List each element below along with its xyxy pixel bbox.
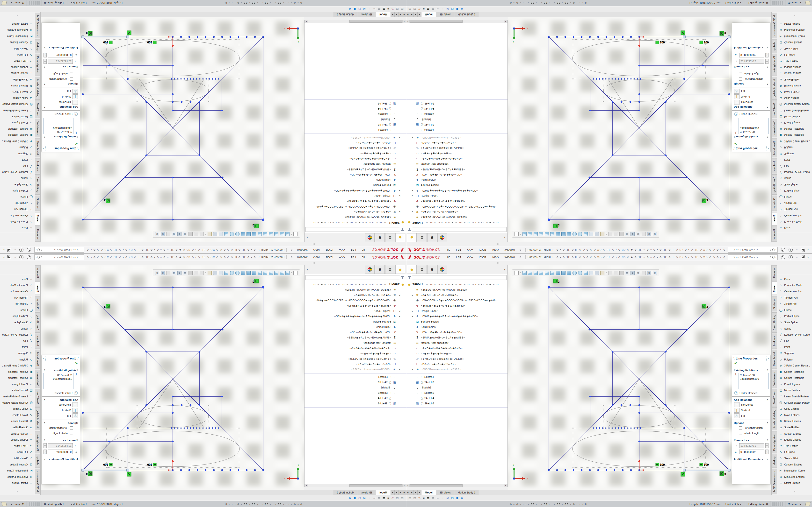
ok-button[interactable]: ✔ [44,142,78,146]
toolbar-icon[interactable] [155,232,159,236]
tool-item[interactable]: ∿ Spline [777,326,812,332]
tree-horizontal-scrollbar[interactable]: ◂ ▸ [305,20,406,23]
tree-item[interactable]: ▶ ○Λ◉⊕Ƨ5∘Ж○⊙○Ж∘5Ƨ⊕◉Λ○ [305,209,406,215]
tool-item[interactable]: ∷ Linear Sketch Pattern [0,393,35,400]
relation-item[interactable]: Collinear108 [45,374,72,377]
account-icon[interactable] [27,255,31,259]
toolbar-icon[interactable] [208,232,212,236]
toolbar-icon[interactable] [514,271,519,275]
add-relation-row[interactable]: │ Vertical [44,95,78,99]
expand-icon[interactable]: ∨ [767,46,768,50]
tool-item[interactable]: ▱ Parallelogram [777,381,812,387]
add-relation-row[interactable]: ─ Horizontal [734,402,768,407]
tool-item[interactable]: ∷ Segment [777,350,812,356]
relations-listbox[interactable]: Collinear108Equal length109 [739,373,768,389]
toolbar-icon[interactable] [589,271,593,275]
search-input[interactable]: Search CAD Models [732,256,769,259]
tool-item[interactable]: ◜ 3 Point Arc [777,200,812,207]
tree-item[interactable]: ○⊕Ж5Ɔ∘◉○※◉⊙◉※○◉∘Ɔ5Ж⊕○ [305,356,406,361]
tool-item[interactable]: ∿ Style Spline [0,319,35,326]
tool-item[interactable]: ∿ Style Spline [777,319,812,326]
toolbar-icon[interactable] [522,232,526,236]
display-style-icon[interactable]: ▦ [383,7,385,11]
relation-badge-bottomright[interactable]: 3 [86,471,92,476]
relation-badge-topleft[interactable]: 3 [553,279,560,283]
expand-arrow-icon[interactable]: ▶ [412,195,415,197]
tree-item[interactable]: ○Ƨ5◉Ƨ5И3ƐƧ5○⊙○5ƧƐ3И5Ƨ◉5Ƨ○ [305,303,406,308]
toolbar-icon[interactable] [550,271,554,275]
display-style-icon[interactable]: ✎ [418,7,421,11]
toolbar-icon[interactable] [291,234,292,235]
tab-nav-arrow-icon[interactable]: ◀ [402,490,406,495]
dimension-109-right[interactable]: = 109 [700,463,709,466]
scroll-track[interactable] [410,484,504,487]
command-tab[interactable]: Data Migration [35,431,40,453]
sketch-tree-item[interactable]: (-) Sketch1 [406,127,507,133]
tool-item[interactable]: ∿ Style Spline [777,181,812,188]
option-row[interactable]: Infinite length [739,72,768,76]
toolbar-icon[interactable] [647,271,651,275]
tab-nav-arrow-icon[interactable]: ◀ [406,12,410,17]
expand-arrow-icon[interactable]: ▶ [397,137,400,139]
add-relation-row[interactable]: │ Vertical [734,95,768,99]
toolbar-icon[interactable] [520,234,521,235]
tree-item[interactable]: ○Ƨ5ИΛ◉⊕Α∪Ǝ○⊙○Ǝ∪Α⊕◉ΛИ5Ƨ○ [305,335,406,340]
rollback-bar[interactable] [406,373,507,374]
tool-item[interactable]: ▪ Point [0,157,35,163]
tree-item[interactable]: ○Ƨ5∘∩Ж◉ΑΜ○⊙○ΜΑ◉Ж∩∘5Ƨ○ [406,172,507,177]
sketch-entities[interactable] [83,287,263,470]
toolbar-icon[interactable] [528,232,532,236]
tool-item[interactable]: ◌ Perimeter Circle [777,219,812,225]
toolbar-icon[interactable] [230,232,234,236]
help-icon[interactable]: ? [765,356,768,360]
toolbar-icon[interactable] [608,271,612,275]
tree-item[interactable]: ○Ƨ5ИΛ◉⊕Α∪Ǝ○⊙○Ǝ∪Α⊕◉ΛИ5Ƨ○ [406,335,507,340]
relations-listbox[interactable]: Collinear108Equal length109 [739,118,768,134]
tool-item[interactable]: ◫ Mirror Entities [0,114,35,120]
command-tab[interactable]: Direct Editing [772,312,777,333]
tool-item[interactable]: ⊡ Convert Entities [0,40,35,46]
tab-nav-arrow-icon[interactable]: ◀ [398,12,402,17]
toolbar-icon[interactable] [606,272,607,273]
close-button[interactable]: × [3,248,5,252]
toolbar-icon[interactable] [595,232,599,236]
tree-item[interactable]: ○Ƨ5∘∩Ж◉ΑΜ○⊙○ΜΑ◉Ж∩∘5Ƨ○ [305,330,406,335]
relation-item[interactable]: Collinear108 [45,130,72,133]
tool-item[interactable]: ∷ Linear Sketch Pattern [777,393,812,400]
tree-item[interactable]: Surface Bodies [305,319,406,324]
tab-configurations[interactable]: ⊕ [427,265,437,274]
toolbar-icon[interactable] [578,271,582,275]
tool-item[interactable]: ▣ Center Rectangle [0,369,35,375]
ok-button[interactable]: ✔ [734,142,768,146]
tool-item[interactable]: ◝ Sketch Fillet [0,46,35,52]
tab-nav-arrow-icon[interactable]: ▶ [394,490,398,495]
display-style-icon[interactable]: ▤ [413,7,416,11]
tag-icon[interactable] [1,502,7,506]
menu-item[interactable]: Tools [311,255,323,260]
tool-item[interactable]: ƒ Equation Driven Curve [0,169,35,175]
tool-item[interactable]: ∷ Segment [777,151,812,157]
stepper-up-icon[interactable]: ▴ [44,55,47,57]
display-style-icon[interactable]: ◷ [358,496,361,500]
panel-grip-icon[interactable] [313,262,315,264]
filter-input[interactable] [305,275,400,280]
relation-button-icon[interactable]: ─ [72,100,78,105]
toolbar-icon[interactable] [561,271,565,275]
tool-item[interactable]: ╱ Line [0,338,35,344]
command-tab[interactable]: Sketch [35,281,40,295]
relation-badge-diagonal[interactable]: 3 [702,199,708,203]
tool-item[interactable]: ⁂ Circular Sketch Pattern [0,400,35,406]
tab-appearances[interactable] [438,265,447,274]
display-style-icon[interactable]: ▤ [413,496,416,500]
length-stepper[interactable]: ▴▾ [765,443,768,448]
length-field[interactable]: 10.88152731 [739,443,764,448]
tool-item[interactable]: ◇ Polygon [0,356,35,362]
sketch-tree-item[interactable]: (-) Sketch5 [305,112,406,117]
tab-propertymanager[interactable]: ≣ [417,265,427,274]
toolbar-icon[interactable] [263,232,267,236]
search-input[interactable]: Search CAD Models [43,256,79,259]
tag-icon[interactable] [1,1,7,5]
panel-grip-icon[interactable] [497,243,499,245]
add-relation-row[interactable]: ─ Horizontal [734,100,768,105]
relation-button-icon[interactable]: ⚓ [734,89,740,94]
